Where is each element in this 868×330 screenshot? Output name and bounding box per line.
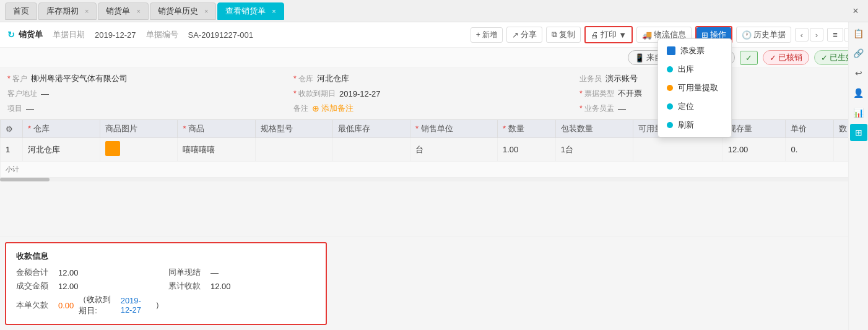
customer-label: 客户 bbox=[7, 74, 27, 84]
dropdown-refresh[interactable]: 刷新 bbox=[658, 116, 731, 134]
staff2-value: — bbox=[618, 104, 626, 113]
list-view-button[interactable]: ≡ bbox=[827, 28, 843, 41]
col-pack-qty: 包装数量 bbox=[555, 120, 633, 138]
doc-type-icon: ↻ bbox=[7, 30, 15, 40]
effect-icon: ✓ bbox=[821, 53, 828, 63]
number-value: SA-20191227-001 bbox=[188, 30, 254, 40]
dropdown-locate[interactable]: 定位 bbox=[658, 97, 731, 116]
col-price: 单价 bbox=[786, 120, 834, 138]
col-product: 商品 bbox=[178, 120, 255, 138]
customer-row: 客户 柳州粤港平安气体有限公司 bbox=[7, 73, 289, 84]
date-label: 单据日期 bbox=[53, 29, 85, 40]
total-label: 金额合计 bbox=[16, 267, 53, 278]
locate-icon bbox=[667, 103, 673, 110]
payment-date-value: 2019-12-27 bbox=[339, 89, 381, 98]
print-button[interactable]: 🖨 打印 ▼ bbox=[586, 27, 631, 42]
staff2-label: 业务员盂 bbox=[579, 103, 614, 114]
bottom-section: 收款信息 金额合计 12.00 同单现结 — 成交金额 12.00 累计收款 1… bbox=[0, 237, 868, 330]
owed-value: 0.00 bbox=[58, 301, 74, 310]
print-icon: 🖨 bbox=[591, 30, 599, 40]
payment-date-label: 收款到期日 bbox=[293, 89, 336, 99]
row-warehouse: 河北仓库 bbox=[23, 138, 100, 162]
tab-sales-order-close[interactable]: × bbox=[136, 7, 140, 15]
row-spec bbox=[255, 138, 332, 162]
cumulative-label: 累计收款 bbox=[168, 280, 206, 292]
tab-inventory-init-close[interactable]: × bbox=[85, 7, 89, 15]
doc-meta: 单据日期 2019-12-27 单据编号 SA-20191227-001 bbox=[53, 29, 253, 40]
address-label: 客户地址 bbox=[7, 89, 37, 99]
check-button[interactable]: ✓ bbox=[740, 51, 758, 65]
tab-inventory-init[interactable]: 库存期初 × bbox=[38, 2, 97, 20]
history-icon: 🕐 bbox=[742, 30, 752, 40]
tab-sales-order[interactable]: 销货单 × bbox=[98, 2, 148, 20]
warehouse-value: 河北仓库 bbox=[317, 73, 349, 84]
product-table-wrapper: ⚙ 仓库 商品图片 商品 规格型号 最低库存 销售单位 数量 包装数量 可用量（… bbox=[0, 119, 868, 237]
deal-value: 12.00 bbox=[58, 282, 79, 291]
subtotal-row: 小计 bbox=[1, 162, 868, 178]
tab-view-sales-label: 查看销货单 bbox=[225, 6, 266, 17]
sidebar-icon-5[interactable]: 📊 bbox=[850, 104, 867, 121]
tab-bar: 首页 库存期初 × 销货单 × 销货单历史 × 查看销货单 × × bbox=[0, 0, 868, 22]
warehouse-label: 仓库 bbox=[293, 74, 313, 84]
tab-sales-history[interactable]: 销货单历史 × bbox=[150, 2, 216, 20]
product-table: ⚙ 仓库 商品图片 商品 规格型号 最低库存 销售单位 数量 包装数量 可用量（… bbox=[0, 119, 868, 178]
col-current-stock: 现存量 bbox=[723, 120, 786, 138]
nav-arrows: ‹ › bbox=[795, 28, 823, 41]
row-index: 1 bbox=[1, 138, 23, 162]
add-note-button[interactable]: ⊕ 添加备注 bbox=[312, 103, 354, 114]
payment-date-row: 收款到期日 2019-12-27 bbox=[293, 88, 575, 99]
sidebar-icon-2[interactable]: 🔗 bbox=[850, 45, 867, 62]
owed-row: 本单欠款 0.00 （收款到期日: 2019-12-27 ） bbox=[16, 294, 163, 316]
sidebar-icon-1[interactable]: 📋 bbox=[850, 25, 867, 42]
tab-sales-history-close[interactable]: × bbox=[204, 7, 208, 15]
payment-info-title: 收款信息 bbox=[16, 251, 316, 262]
already-cancel-button[interactable]: ✓ 已核销 bbox=[763, 50, 809, 65]
dropdown-available-extract[interactable]: 可用量提取 bbox=[658, 79, 731, 97]
sidebar-icon-expand[interactable]: ⊞ bbox=[850, 124, 867, 141]
next-arrow[interactable]: › bbox=[810, 28, 823, 41]
tab-view-sales-close[interactable]: × bbox=[272, 7, 276, 15]
col-qty: 数量 bbox=[497, 120, 555, 138]
add-note-icon: ⊕ bbox=[312, 103, 319, 113]
product-image bbox=[105, 141, 120, 156]
copy-button[interactable]: ⧉ 复制 bbox=[546, 27, 581, 43]
deal-label: 成交金额 bbox=[16, 280, 53, 292]
payment-info-panel: 收款信息 金额合计 12.00 同单现结 — 成交金额 12.00 累计收款 1… bbox=[5, 242, 327, 325]
same-order-value: — bbox=[210, 268, 219, 277]
customer-value: 柳州粤港平安气体有限公司 bbox=[31, 73, 128, 84]
refresh-icon bbox=[667, 122, 673, 128]
tab-view-sales[interactable]: 查看销货单 × bbox=[217, 2, 284, 20]
owed-note: （收款到期日: bbox=[79, 294, 115, 316]
print-dropdown-arrow: ▼ bbox=[618, 30, 627, 40]
same-order-label: 同单现结 bbox=[168, 267, 206, 278]
horizontal-scrollbar[interactable] bbox=[0, 178, 868, 181]
tab-home[interactable]: 首页 bbox=[5, 2, 37, 20]
prev-arrow[interactable]: ‹ bbox=[795, 28, 809, 41]
table-row: 1 河北仓库 嘻嘻嘻嘻 台 1.00 1台 12.00 0. bbox=[1, 138, 868, 162]
new-button[interactable]: + 新增 bbox=[471, 27, 503, 43]
warehouse-row: 仓库 河北仓库 bbox=[293, 73, 575, 84]
col-unit: 销售单位 bbox=[410, 120, 498, 138]
window-close-button[interactable]: × bbox=[848, 4, 863, 19]
add-invoice-icon bbox=[667, 46, 675, 55]
history-button[interactable]: 🕐 历史单据 bbox=[736, 27, 791, 43]
note-label: 备注 bbox=[293, 103, 308, 114]
dropdown-outbound[interactable]: 出库 bbox=[658, 60, 731, 79]
note-row: 备注 ⊕ 添加备注 bbox=[293, 103, 575, 114]
dropdown-add-invoice[interactable]: 添发票 bbox=[658, 41, 731, 60]
total-value: 12.00 bbox=[58, 268, 79, 277]
project-row: 项目 — bbox=[7, 103, 289, 114]
tab-sales-order-label: 销货单 bbox=[106, 6, 130, 17]
outbound-icon bbox=[667, 66, 673, 72]
col-product-img: 商品图片 bbox=[100, 120, 178, 138]
scroll-thumb[interactable] bbox=[0, 178, 50, 181]
cancel-icon: ✓ bbox=[770, 53, 776, 63]
sidebar-icon-3[interactable]: ↩ bbox=[850, 64, 867, 82]
operations-dropdown: 添发票 出库 可用量提取 定位 刷新 bbox=[658, 38, 732, 137]
share-icon: ↗ bbox=[512, 30, 519, 40]
sidebar-icon-4[interactable]: 👤 bbox=[850, 84, 867, 102]
share-button[interactable]: ↗ 分享 bbox=[506, 27, 542, 43]
doc-title: ↻ 销货单 bbox=[7, 29, 43, 40]
table-header-row: ⚙ 仓库 商品图片 商品 规格型号 最低库存 销售单位 数量 包装数量 可用量（… bbox=[1, 120, 868, 138]
project-value: — bbox=[26, 104, 34, 113]
